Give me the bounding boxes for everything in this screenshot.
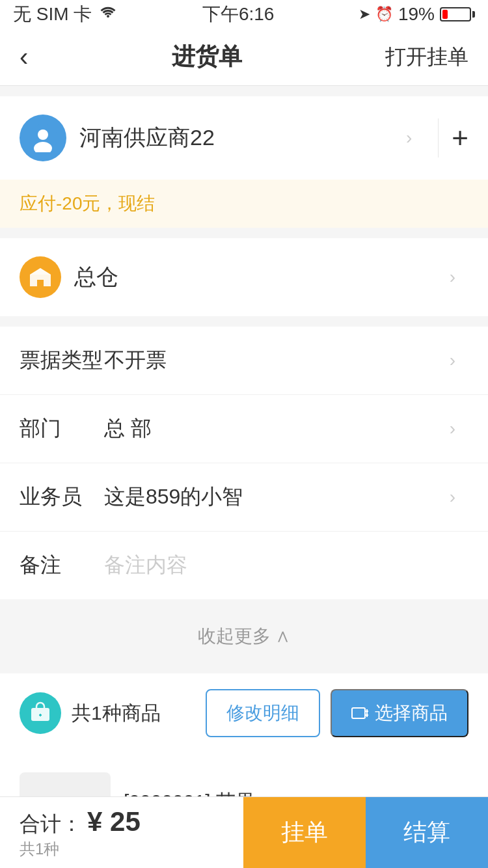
total-count: 共1种 [20, 839, 224, 860]
alarm-icon: ⏰ [375, 6, 393, 23]
dept-row[interactable]: 部门 总 部 › [0, 394, 488, 463]
battery-icon [440, 7, 475, 21]
edit-detail-button[interactable]: 修改明细 [206, 689, 320, 737]
dept-value: 总 部 [104, 414, 450, 443]
bottom-bar: 合计： ¥ 25 共1种 挂单 结算 [0, 796, 488, 868]
remark-input[interactable]: 备注内容 [104, 551, 468, 580]
add-supplier-button[interactable]: + [452, 124, 468, 152]
select-product-button[interactable]: 选择商品 [331, 689, 468, 737]
back-button[interactable]: ‹ [20, 42, 28, 72]
warehouse-row[interactable]: 总仓 › [0, 238, 488, 316]
form-section: 票据类型 不开票 › 部门 总 部 › 业务员 这是859的小智 › 备注 备注… [0, 327, 488, 599]
supplier-row[interactable]: 河南供应商22 › + [0, 96, 488, 180]
supplier-name: 河南供应商22 [79, 123, 406, 153]
remark-row[interactable]: 备注 备注内容 [0, 531, 488, 599]
nav-bar: ‹ 进货单 打开挂单 [0, 29, 488, 86]
sales-value: 这是859的小智 [104, 483, 450, 511]
product-count: 共1种商品 [72, 700, 195, 727]
battery-percentage: 19% [398, 4, 435, 25]
total-amount: ¥ 25 [87, 806, 141, 837]
remark-label: 备注 [20, 551, 104, 580]
svg-rect-3 [37, 280, 44, 286]
divider [438, 118, 439, 157]
location-icon: ➤ [359, 6, 370, 23]
page-title: 进货单 [172, 41, 242, 73]
supplier-chevron-icon: › [406, 128, 412, 148]
product-icon [20, 692, 61, 734]
sales-chevron-icon: › [450, 487, 455, 508]
supplier-notice: 应付-20元，现结 [0, 180, 488, 228]
select-product-label: 选择商品 [375, 701, 448, 726]
total-area: 合计： ¥ 25 共1种 [0, 806, 243, 860]
hang-button[interactable]: 挂单 [243, 797, 366, 869]
settle-button[interactable]: 结算 [366, 797, 488, 869]
warehouse-chevron-icon: › [450, 267, 455, 288]
dept-chevron-icon: › [450, 418, 455, 439]
supplier-avatar [20, 115, 66, 161]
open-hang-button[interactable]: 打开挂单 [385, 43, 468, 72]
invoice-label: 票据类型 [20, 346, 104, 375]
wifi-icon [98, 4, 118, 25]
warehouse-icon [20, 256, 61, 298]
total-label: 合计： [20, 810, 82, 839]
supplier-section: 河南供应商22 › + 应付-20元，现结 [0, 96, 488, 228]
invoice-row[interactable]: 票据类型 不开票 › [0, 327, 488, 394]
svg-point-1 [38, 129, 48, 140]
time-label: 下午6:16 [202, 2, 275, 27]
warehouse-section: 总仓 › [0, 238, 488, 316]
invoice-value: 不开票 [104, 346, 450, 375]
collapse-label: 收起更多 ∧ [198, 624, 291, 649]
dept-label: 部门 [20, 414, 104, 443]
sales-label: 业务员 [20, 483, 104, 511]
warehouse-name: 总仓 [74, 262, 450, 292]
carrier-label: 无 SIM 卡 [13, 2, 92, 27]
status-bar: 无 SIM 卡 下午6:16 ➤ ⏰ 19% [0, 0, 488, 29]
collapse-button[interactable]: 收起更多 ∧ [0, 610, 488, 663]
sales-row[interactable]: 业务员 这是859的小智 › [0, 463, 488, 531]
product-header: 共1种商品 修改明细 选择商品 [0, 673, 488, 753]
invoice-chevron-icon: › [450, 350, 455, 371]
svg-rect-5 [352, 708, 365, 718]
